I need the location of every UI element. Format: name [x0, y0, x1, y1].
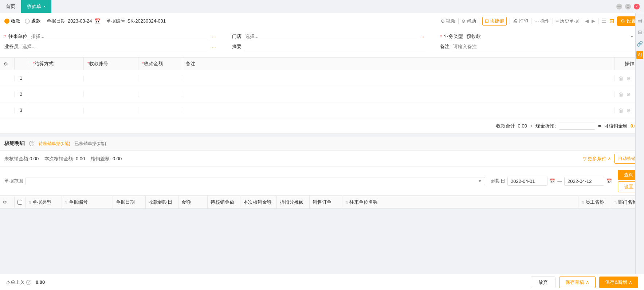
bill-range-select-wrap[interactable]: ▼	[25, 177, 485, 185]
nav-prev-icon[interactable]: ◀	[585, 18, 589, 24]
row-1-amt[interactable]	[138, 75, 182, 81]
operation-button[interactable]: ⋯ 操作	[534, 18, 550, 24]
list-icon[interactable]: ☰	[601, 17, 606, 24]
row-3-copy-icon[interactable]: ⊕	[627, 107, 631, 113]
row-2-acc[interactable]	[84, 91, 138, 97]
remark-input[interactable]	[452, 43, 634, 50]
sidebar-icon-1[interactable]: ▤	[636, 16, 644, 25]
bill-no-value[interactable]: SK-20230324-001	[127, 18, 166, 24]
stats-right: ▽ 更多条件 ∧ 自动核销	[583, 154, 640, 164]
data-col-bill-type: ⇅ 单据类型	[25, 196, 62, 208]
verification-heading: 核销明细	[4, 140, 25, 147]
pending-tab[interactable]: 待核销单据(0笔)	[39, 141, 70, 147]
done-tab[interactable]: 已核销单据(0笔)	[75, 141, 106, 147]
tab-active[interactable]: 收款单 ×	[21, 0, 51, 13]
store-input[interactable]	[244, 33, 417, 40]
staff-input[interactable]	[21, 43, 208, 50]
remark-field: 备注	[440, 43, 634, 50]
row-2-pay[interactable]	[29, 91, 84, 97]
radio-shoukuan-label: 收款	[11, 18, 20, 24]
shortcut-button[interactable]: ⊡ 快捷键	[482, 17, 507, 26]
bill-no-field: 单据编号 SK-20230324-001	[106, 18, 166, 24]
radio-shoukuan[interactable]: 收款	[4, 18, 20, 24]
row-1-note[interactable]	[182, 75, 615, 81]
save-draft-button[interactable]: 保存草稿 ∧	[559, 277, 596, 288]
close-button[interactable]: ×	[634, 4, 640, 9]
row-2-note[interactable]	[182, 91, 615, 97]
staff-more-icon[interactable]: ···	[211, 44, 217, 50]
video-button[interactable]: ⊙ 视频	[441, 18, 455, 24]
data-col-partner: ⇅ 往来单位名称	[342, 196, 578, 208]
tab-home[interactable]: 首页	[0, 0, 21, 13]
row-3-note[interactable]	[182, 107, 615, 113]
data-col-check[interactable]	[15, 197, 25, 208]
grid-icon[interactable]: ⊞	[609, 17, 614, 24]
date-to-calendar-icon[interactable]: 📅	[606, 179, 612, 184]
this-value: 0.00	[76, 156, 85, 161]
form-row-1: * 往来单位 ··· 门店 ··· * 业务类型 预收款 ▼	[4, 33, 640, 40]
summary-field: 摘要	[232, 43, 426, 50]
date-from-input[interactable]	[507, 177, 547, 186]
data-col-bill-date: 单据日期	[113, 196, 146, 208]
unverified-label: 未核销金额	[4, 156, 28, 162]
biz-type-label: 业务类型	[444, 33, 463, 40]
row-3-delete-icon[interactable]: 🗑	[619, 107, 624, 113]
tab-bar: 首页 收款单 × — □ ×	[0, 0, 644, 13]
nav-next-icon[interactable]: ▶	[592, 18, 595, 24]
sidebar-ai-icon[interactable]: AI	[636, 51, 643, 59]
sort-icon-5: ⇅	[614, 200, 617, 204]
biz-type-arrow[interactable]: ▼	[630, 35, 634, 39]
bill-range-arrow: ▼	[478, 179, 482, 183]
row-3-amt[interactable]	[138, 107, 182, 113]
info-icon[interactable]: ?	[29, 141, 34, 146]
radio-tuikuan[interactable]: 退款	[25, 18, 41, 24]
biz-type-value: 预收款	[467, 33, 481, 40]
bill-range-field: 单据范围 ▼	[4, 177, 485, 185]
date-to-input[interactable]	[564, 177, 604, 186]
more-conditions-button[interactable]: ▽ 更多条件 ∧	[583, 156, 611, 162]
this-bill-info-icon[interactable]: ?	[26, 280, 31, 285]
data-col-gear[interactable]: ⚙	[0, 197, 15, 208]
row-1-pay[interactable]	[29, 75, 84, 81]
summary-input[interactable]	[244, 43, 426, 50]
tab-close-icon[interactable]: ×	[43, 4, 46, 9]
table-gear-icon[interactable]: ⚙	[0, 58, 15, 70]
abandon-button[interactable]: 放弃	[531, 277, 555, 288]
total-value: 0.00	[518, 123, 527, 129]
help-button[interactable]: ⊙ 帮助	[462, 18, 476, 24]
calendar-icon[interactable]: 📅	[94, 18, 101, 24]
row-3-acc[interactable]	[84, 107, 138, 113]
discount-input[interactable]	[559, 122, 595, 130]
row-1-acc[interactable]	[84, 75, 138, 81]
row-2-copy-icon[interactable]: ⊕	[627, 91, 631, 97]
settings-label: 设置	[627, 18, 636, 24]
sidebar-icon-2[interactable]: ⊟	[636, 28, 644, 36]
date-from-calendar-icon[interactable]: 📅	[550, 179, 555, 184]
partner-label: 往来单位	[8, 33, 27, 40]
minimize-button[interactable]: —	[616, 4, 622, 9]
data-table-header: ⚙ ⇅ 单据类型 ⇅ 单据编号 单据日期 收款到期日 金额 待核销金额 本次核销…	[0, 196, 644, 209]
bill-date-value[interactable]: 2023-03-24	[68, 18, 92, 24]
print-button[interactable]: 🖨 打印	[513, 18, 528, 24]
top-toolbar: 收款 退款 单据日期 2023-03-24 📅 单据编号 SK-20230324…	[0, 13, 644, 29]
required-star-2: *	[440, 34, 442, 39]
partner-more-icon[interactable]: ···	[211, 34, 217, 39]
history-button[interactable]: ≡ 历史单据	[556, 18, 579, 24]
this-label: 本次核销金额:	[44, 156, 74, 162]
row-2-amt[interactable]	[138, 91, 182, 97]
row-1-delete-icon[interactable]: 🗑	[619, 75, 624, 81]
row-2-delete-icon[interactable]: 🗑	[619, 91, 624, 97]
form-area: * 往来单位 ··· 门店 ··· * 业务类型 预收款 ▼ 业务员 ··· 摘…	[0, 29, 644, 57]
maximize-button[interactable]: □	[625, 4, 631, 9]
partner-input[interactable]	[30, 33, 208, 40]
row-1-copy-icon[interactable]: ⊕	[627, 75, 631, 81]
save-new-button[interactable]: 保存&新增 ∧	[599, 277, 638, 288]
select-all-checkbox[interactable]	[17, 200, 22, 205]
sort-icon-2: ⇅	[65, 200, 68, 204]
store-more-icon[interactable]: ···	[419, 34, 426, 39]
verification-section-title: 核销明细 ? 待核销单据(0笔) 已核销单据(0笔)	[0, 134, 644, 151]
sidebar-icon-3[interactable]: 🔗	[635, 39, 644, 48]
row-3-pay[interactable]	[29, 107, 84, 113]
equals-sign: =	[598, 123, 601, 129]
row-2-gear	[0, 91, 15, 97]
